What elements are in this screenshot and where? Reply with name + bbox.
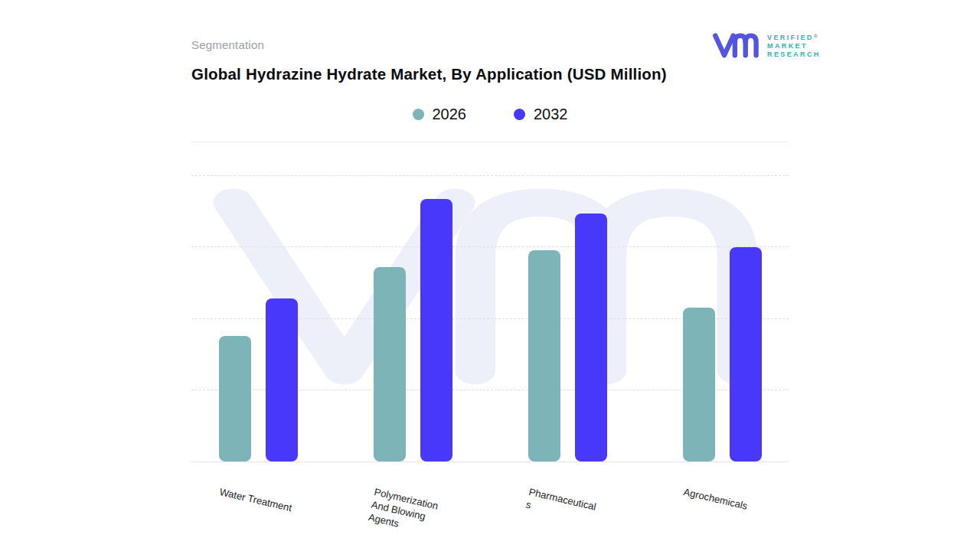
x-axis-label: Polymerization And Blowing Agents bbox=[368, 485, 469, 545]
bar-2026-pharmaceuticals[interactable] bbox=[528, 250, 560, 461]
legend-label: 2032 bbox=[534, 106, 568, 123]
brand-line-research: RESEARCH bbox=[767, 51, 821, 58]
bar-2032-water-treatment[interactable] bbox=[266, 298, 298, 461]
brand-logo: VERIFIED® MARKET RESEARCH bbox=[712, 31, 821, 61]
bar-2026-polymerization-and-blowing-agents[interactable] bbox=[374, 267, 406, 461]
chart-legend: 2026 2032 bbox=[191, 103, 789, 126]
legend-label: 2026 bbox=[433, 106, 467, 123]
bar-2032-agrochemicals[interactable] bbox=[730, 247, 762, 461]
bar-2032-pharmaceuticals[interactable] bbox=[575, 214, 607, 462]
header-divider bbox=[191, 142, 789, 142]
brand-line-verified: VERIFIED® bbox=[767, 34, 821, 41]
x-axis-label: Water Treatment bbox=[218, 485, 314, 519]
bar-2026-agrochemicals[interactable] bbox=[683, 308, 715, 461]
registered-mark: ® bbox=[814, 34, 818, 39]
bar-2032-polymerization-and-blowing-agents[interactable] bbox=[420, 199, 452, 461]
plot-area: Water TreatmentPolymerization And Blowin… bbox=[191, 172, 789, 462]
brand-line-market: MARKET bbox=[767, 43, 821, 50]
vm-logo-icon bbox=[712, 31, 761, 61]
brand-word: VERIFIED bbox=[767, 34, 814, 41]
legend-dot-icon bbox=[413, 109, 424, 120]
bar-2026-water-treatment[interactable] bbox=[219, 336, 251, 461]
x-axis-label: Pharmaceutical s bbox=[524, 485, 622, 532]
chart-title: Global Hydrazine Hydrate Market, By Appl… bbox=[191, 63, 674, 85]
legend-dot-icon bbox=[514, 109, 525, 120]
gridline bbox=[191, 246, 789, 247]
chart-card: Segmentation Global Hydrazine Hydrate Ma… bbox=[0, 0, 980, 551]
section-eyebrow: Segmentation bbox=[191, 38, 264, 51]
legend-item-2032[interactable]: 2032 bbox=[514, 106, 568, 123]
gridline bbox=[191, 175, 789, 176]
x-axis-label: Agrochemicals bbox=[682, 485, 778, 519]
legend-item-2026[interactable]: 2026 bbox=[413, 106, 467, 123]
brand-logo-text: VERIFIED® MARKET RESEARCH bbox=[767, 34, 821, 58]
